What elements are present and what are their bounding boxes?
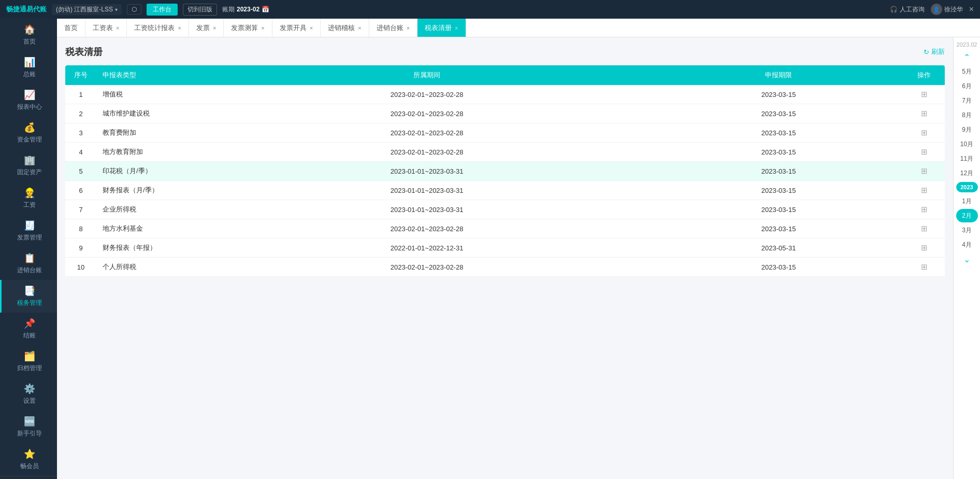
oldver-button[interactable]: 切到旧版 <box>183 4 217 16</box>
sidebar-label-ledger: 总账 <box>23 70 36 79</box>
workstation-button[interactable]: 工作台 <box>147 4 178 16</box>
tab-wage[interactable]: 工资表 × <box>85 19 127 37</box>
ai-consult-btn[interactable]: 🎧 人工咨询 <box>890 5 925 14</box>
tab-close-wage-report[interactable]: × <box>178 25 181 31</box>
sidebar-item-tax[interactable]: 📑 税务管理 <box>0 280 57 313</box>
col-action: 操作 <box>903 65 945 85</box>
sidebar-item-home[interactable]: 🏠 首页 <box>0 19 57 51</box>
sidebar-item-purchase[interactable]: 📋 进销台账 <box>0 247 57 280</box>
sidebar-item-wage[interactable]: 👷 工资 <box>0 182 57 215</box>
cell-action: ⊞ <box>903 162 945 181</box>
tab-bar: 首页 工资表 × 工资统计报表 × 发票 × 发票测算 × 发票开具 × <box>57 19 980 37</box>
tab-close-invoice[interactable]: × <box>213 25 216 31</box>
close-button[interactable]: × <box>969 5 974 14</box>
cell-declare: 2023-03-15 <box>654 123 903 143</box>
cal-month-2022-10[interactable]: 10月 <box>956 137 978 151</box>
tab-invoice-open[interactable]: 发票开具 × <box>272 19 321 37</box>
avatar: 👤 <box>931 4 942 15</box>
cal-month-2022-11[interactable]: 11月 <box>956 152 978 165</box>
cal-month-2023-04[interactable]: 4月 <box>956 238 978 251</box>
table-row: 6 财务报表（月/季） 2023-01-01~2023-03-31 2023-0… <box>65 181 945 200</box>
cell-action: ⊞ <box>903 219 945 238</box>
cell-type: 地方教育附加 <box>96 143 200 162</box>
tab-close-wage[interactable]: × <box>116 25 119 31</box>
asset-icon: 🏢 <box>24 154 35 166</box>
action-view-icon[interactable]: ⊞ <box>921 205 928 214</box>
action-view-icon[interactable]: ⊞ <box>921 186 928 194</box>
calendar-icon[interactable]: 📅 <box>262 6 269 13</box>
action-view-icon[interactable]: ⊞ <box>921 262 928 271</box>
page-header: 税表清册 ↻ 刷新 <box>65 46 945 58</box>
sidebar-label-settings: 设置 <box>23 397 36 405</box>
tab-wage-report[interactable]: 工资统计报表 × <box>127 19 189 37</box>
action-view-icon[interactable]: ⊞ <box>921 224 928 233</box>
calendar-up-button[interactable]: ⌃ <box>960 50 974 64</box>
cell-period: 2023-02-01~2023-02-28 <box>200 123 654 143</box>
action-view-icon[interactable]: ⊞ <box>921 109 928 118</box>
tab-close-invoice-calc[interactable]: × <box>261 25 264 31</box>
sidebar-item-asset[interactable]: 🏢 固定资产 <box>0 149 57 182</box>
tab-invoice[interactable]: 发票 × <box>189 19 224 37</box>
company-selector[interactable]: (勿动) 江西服室-LSS ▾ <box>52 4 122 15</box>
cell-period: 2023-01-01~2023-03-31 <box>200 200 654 219</box>
cell-seq: 7 <box>65 200 96 219</box>
sidebar-item-report[interactable]: 📈 报表中心 <box>0 84 57 117</box>
table-row: 3 教育费附加 2023-02-01~2023-02-28 2023-03-15… <box>65 123 945 143</box>
action-view-icon[interactable]: ⊞ <box>921 147 928 156</box>
user-area[interactable]: 👤 徐泾华 <box>931 4 963 15</box>
cell-action: ⊞ <box>903 143 945 162</box>
cell-seq: 9 <box>65 238 96 258</box>
wage-icon: 👷 <box>24 187 35 199</box>
tab-home[interactable]: 首页 <box>57 19 85 37</box>
tab-purchase-check[interactable]: 进销稽核 × <box>321 19 369 37</box>
cal-month-2022-08[interactable]: 8月 <box>956 108 978 122</box>
cell-declare: 2023-03-15 <box>654 258 903 277</box>
year-2022-section: 5月 6月 7月 8月 9月 10月 11月 12月 <box>954 64 980 180</box>
tab-close-tax-clear[interactable]: × <box>455 25 458 31</box>
sidebar-item-archive[interactable]: 🗂️ 归档管理 <box>0 345 57 378</box>
main-layout: 🏠 首页 📊 总账 📈 报表中心 💰 资金管理 🏢 固定资产 👷 工资 🧾 发票… <box>0 19 980 479</box>
cal-month-2022-12[interactable]: 12月 <box>956 166 978 180</box>
sidebar-item-guide[interactable]: 🆕 新手引导 <box>0 411 57 443</box>
cell-type: 企业所得税 <box>96 200 200 219</box>
sidebar-item-ledger[interactable]: 📊 总账 <box>0 51 57 84</box>
action-view-icon[interactable]: ⊞ <box>921 128 928 137</box>
settle-icon: 📌 <box>24 318 35 329</box>
tab-close-purchase-check[interactable]: × <box>358 25 361 31</box>
sidebar-item-settle[interactable]: 📌 结账 <box>0 313 57 345</box>
tab-close-invoice-open[interactable]: × <box>310 25 313 31</box>
tab-tax-clear[interactable]: 税表清册 × <box>417 19 466 37</box>
refresh-button[interactable]: ↻ 刷新 <box>924 47 945 57</box>
cal-month-2022-09[interactable]: 9月 <box>956 123 978 136</box>
tax-icon: 📑 <box>24 285 35 297</box>
cal-month-2022-05[interactable]: 5月 <box>956 65 978 78</box>
col-type: 申报表类型 <box>96 65 200 85</box>
cal-month-2023-01[interactable]: 1月 <box>956 194 978 208</box>
tab-purchase-ledger[interactable]: 进销台账 × <box>369 19 417 37</box>
content-area: 首页 工资表 × 工资统计报表 × 发票 × 发票测算 × 发票开具 × <box>57 19 980 479</box>
cal-month-2023-02[interactable]: 2月 <box>956 209 978 222</box>
calendar-down-button[interactable]: ⌄ <box>960 252 974 266</box>
fund-icon: 💰 <box>24 122 35 133</box>
cell-seq: 4 <box>65 143 96 162</box>
pin-toggle[interactable]: 📍 取消固定 <box>0 476 57 479</box>
cell-type: 教育费附加 <box>96 123 200 143</box>
sidebar-item-member[interactable]: ⭐ 畅会员 <box>0 443 57 476</box>
action-view-icon[interactable]: ⊞ <box>921 243 928 252</box>
cell-action: ⊞ <box>903 200 945 219</box>
sidebar-item-settings[interactable]: ⚙️ 设置 <box>0 378 57 411</box>
action-view-icon[interactable]: ⊞ <box>921 166 928 175</box>
cal-month-2022-07[interactable]: 7月 <box>956 94 978 107</box>
copy-button[interactable]: ⬡ <box>127 4 141 15</box>
cal-month-2022-06[interactable]: 6月 <box>956 79 978 93</box>
cell-type: 城市维护建设税 <box>96 104 200 123</box>
tab-invoice-calc[interactable]: 发票测算 × <box>224 19 272 37</box>
cal-month-2023-03[interactable]: 3月 <box>956 223 978 237</box>
action-view-icon[interactable]: ⊞ <box>921 90 928 98</box>
tab-close-purchase-ledger[interactable]: × <box>407 25 410 31</box>
sidebar-item-invoice[interactable]: 🧾 发票管理 <box>0 215 57 247</box>
sidebar-item-fund[interactable]: 💰 资金管理 <box>0 117 57 149</box>
sidebar-label-purchase: 进销台账 <box>17 266 42 275</box>
sidebar-label-guide: 新手引导 <box>17 429 42 438</box>
cell-seq: 10 <box>65 258 96 277</box>
